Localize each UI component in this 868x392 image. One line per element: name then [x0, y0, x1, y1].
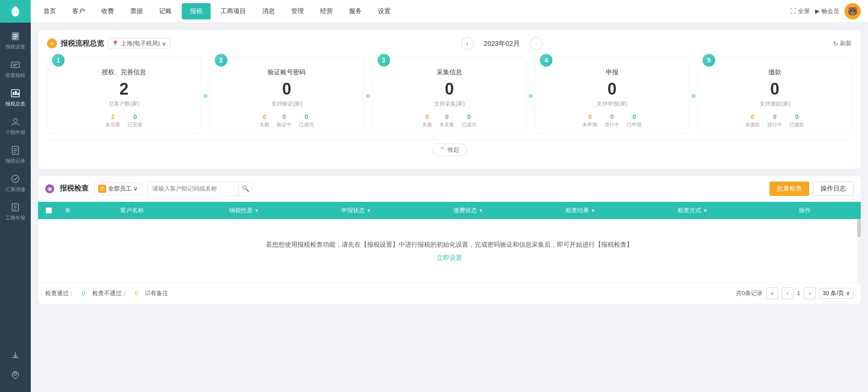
nav-invoice[interactable]: 票据: [122, 0, 151, 23]
search-button[interactable]: 🔍: [238, 182, 253, 196]
sidebar-label-tax-settings: 报税设置: [5, 43, 25, 50]
batch-check-button[interactable]: 批量检查: [769, 182, 809, 196]
step-3-sub-0: 0 失败: [422, 113, 432, 128]
nav-tax[interactable]: 报税: [182, 3, 211, 19]
search-input[interactable]: [148, 183, 238, 194]
th-fee-status[interactable]: 缴费状态 ▼: [412, 202, 524, 219]
step-3-sub-2: 0 已成功: [462, 113, 476, 128]
sidebar-label-batch-tax: 批量报税: [5, 72, 25, 79]
sidebar-item-download[interactable]: [0, 345, 31, 365]
arrow-3-icon: »: [528, 90, 533, 100]
annual-clearance-icon: [10, 173, 21, 184]
collapse-label: 收起: [448, 146, 459, 154]
nav-fee[interactable]: 收费: [93, 0, 122, 23]
sidebar-item-batch-tax[interactable]: 批量报税: [0, 55, 31, 83]
member-button[interactable]: ▶ 畅会员: [815, 7, 839, 15]
sidebar-item-tax-record[interactable]: 报税记录: [0, 140, 31, 169]
th-declare-status[interactable]: 申报状态 ▼: [300, 202, 412, 219]
nav-message[interactable]: 消息: [254, 0, 283, 23]
th-checkbox[interactable]: [38, 202, 60, 219]
main-layout: 报税设置 批量报税 报税总览: [0, 23, 868, 392]
table-scrollbar[interactable]: [857, 219, 861, 282]
step-3-sub-stats: 0 失败 0 未采集 0 已成功: [378, 113, 521, 128]
setup-link[interactable]: 立即设置: [437, 254, 462, 262]
search-icon: 🔍: [242, 185, 250, 192]
step-2-sub-1-label: 验证中: [277, 121, 292, 128]
tax-check-icon: ◉: [45, 184, 54, 193]
pass-value[interactable]: 0: [82, 290, 85, 296]
table-scrollbar-thumb[interactable]: [857, 219, 861, 237]
svg-rect-18: [12, 357, 19, 358]
step-5-sub-1-value: 0: [773, 113, 777, 120]
step-4-sub-1: 0 进行中: [604, 113, 619, 128]
next-page-button[interactable]: ›: [804, 287, 816, 299]
sidebar-item-tax-overview[interactable]: 报税总览: [0, 83, 31, 112]
sidebar-item-personal-tax[interactable]: 个税申报: [0, 112, 31, 140]
step-3-sub-0-label: 失败: [422, 121, 432, 128]
header-checkbox[interactable]: [46, 207, 52, 214]
step-1-sub-0-label: 未完善: [105, 121, 120, 128]
nav-manage[interactable]: 管理: [283, 0, 312, 23]
prev-page-button[interactable]: ‹: [782, 287, 793, 299]
next-month-button[interactable]: ›: [530, 37, 542, 50]
step-5-title: 缴款: [769, 68, 781, 76]
operation-log-button[interactable]: 操作日志: [813, 182, 854, 196]
sidebar-item-location[interactable]: [0, 365, 31, 385]
staff-chevron-icon: ∨: [133, 185, 138, 192]
step-5-sub-2-label: 已缴款: [789, 121, 804, 128]
nav-operation[interactable]: 经营: [312, 0, 341, 23]
step-4-sub-2-value: 0: [632, 113, 636, 120]
prev-month-button[interactable]: ‹: [461, 37, 474, 50]
refresh-button[interactable]: ↻ 刷新: [833, 39, 852, 48]
page-size-selector[interactable]: 30 条/页 ∨: [819, 288, 854, 299]
sidebar-item-annual-report[interactable]: 工商年报: [0, 197, 31, 226]
th-check-method-label: 检查方式: [678, 206, 701, 215]
location-pin-icon: 📍: [112, 40, 119, 47]
member-label: 畅会员: [821, 7, 839, 15]
tax-check-card: ◉ 报税检查 员 全部员工 ∨ 🔍 批量检查 操作日志: [38, 176, 861, 304]
th-actions-label: 操作: [799, 206, 811, 215]
arrow-3: »: [526, 57, 535, 134]
step-4-sub-0-value: 0: [588, 113, 592, 120]
month-display: 2023年02月: [479, 39, 524, 48]
location-text: 上海(电子税局): [121, 39, 160, 48]
step-5-sub-2-value: 0: [795, 113, 799, 120]
nav-service[interactable]: 服务: [341, 0, 370, 23]
current-page: 1: [797, 290, 800, 296]
th-check-method[interactable]: 检查方式 ▼: [637, 202, 749, 219]
th-check-result[interactable]: 检查结果 ▼: [524, 202, 637, 219]
nav-settings[interactable]: 设置: [370, 0, 399, 23]
logo[interactable]: [0, 0, 31, 23]
avatar[interactable]: 🐻: [844, 3, 861, 19]
step-4-sub-2-label: 已申报: [627, 121, 642, 128]
fullscreen-label: 全屏: [798, 7, 810, 15]
annual-report-icon: [10, 202, 21, 213]
th-tax-nature[interactable]: 纳税性质 ▼: [188, 202, 300, 219]
sidebar-bottom: [0, 345, 31, 388]
nav-business[interactable]: 工商项目: [212, 0, 254, 23]
nav-customer[interactable]: 客户: [64, 0, 93, 23]
location-icon: [10, 369, 21, 380]
staff-selector[interactable]: 员 全部员工 ∨: [94, 182, 142, 195]
fullscreen-button[interactable]: ⛶ 全屏: [790, 7, 810, 15]
search-box: 🔍: [147, 182, 253, 196]
fail-label: 检查不通过：: [92, 289, 127, 297]
flow-step-2: 2 验证账号密码 0 支持验证(家) 0 失败 0 验证中: [210, 57, 364, 134]
nav-home[interactable]: 首页: [35, 0, 64, 23]
flow-title-left: + 报税流程总览 📍 上海(电子税局) ∨: [47, 38, 170, 49]
fee-status-filter-icon: ▼: [479, 208, 484, 213]
sidebar-item-annual-clearance[interactable]: 汇算清缴: [0, 169, 31, 197]
collapse-button[interactable]: ⌃ 收起: [432, 143, 467, 156]
step-5-sub-1: 0 进行中: [767, 113, 782, 128]
step-1-sub-stats: 2 未完善 0 已完善: [53, 113, 195, 128]
fail-value[interactable]: 0: [135, 290, 138, 296]
step-2-sub-2: 0 已成功: [299, 113, 314, 128]
first-page-button[interactable]: «: [766, 287, 778, 299]
staff-label: 全部员工: [108, 185, 132, 193]
flow-location-selector[interactable]: 📍 上海(电子税局) ∨: [108, 38, 170, 49]
th-customer-label: 客户名称: [120, 206, 144, 215]
th-gear[interactable]: ⚙: [60, 202, 76, 219]
footer-pagination: 共0条记录 « ‹ 1 › 30 条/页 ∨: [736, 287, 854, 299]
nav-bookkeeping[interactable]: 记账: [151, 0, 180, 23]
sidebar-item-tax-settings[interactable]: 报税设置: [0, 26, 31, 55]
